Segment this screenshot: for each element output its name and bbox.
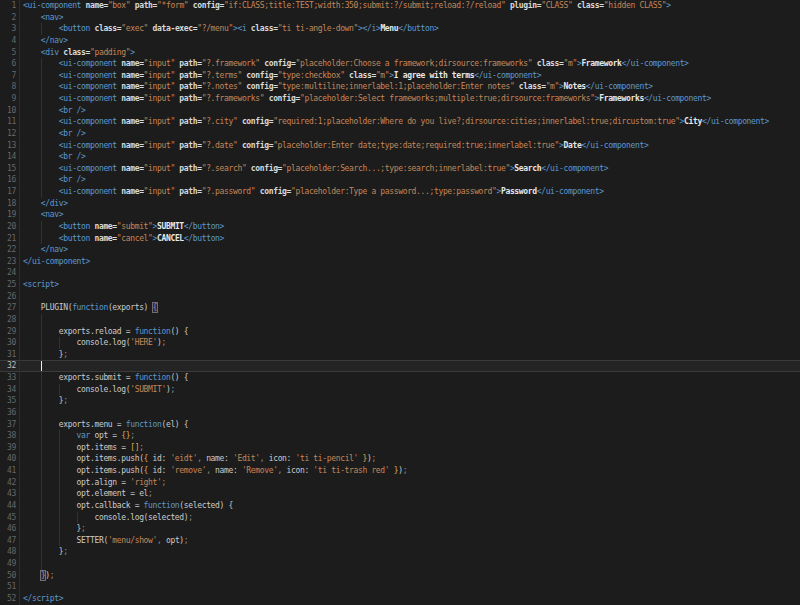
code-line[interactable]: 31 }; <box>0 349 800 361</box>
code-line[interactable]: 2 <nav> <box>0 12 800 24</box>
code-line[interactable]: 35 }; <box>0 395 800 407</box>
line-number: 16 <box>0 174 20 186</box>
code-token: "m" <box>564 59 577 68</box>
code-line[interactable]: 22 </nav> <box>0 244 800 256</box>
code-line[interactable]: 13 <ui-component name="input" path="?.da… <box>0 140 800 152</box>
code-token: "cancel" <box>117 234 153 243</box>
indent-guide <box>41 349 42 361</box>
code-line[interactable]: 45 console.log(selected); <box>0 512 800 524</box>
line-number: 39 <box>0 442 20 454</box>
code-line[interactable]: 41 opt.items.push({ id: 'remove', name: … <box>0 465 800 477</box>
code-token: CANCEL <box>157 234 184 243</box>
code-line[interactable]: 17 <ui-component name="input" path="?.pa… <box>0 186 800 198</box>
code-line[interactable]: 43 opt.element = el; <box>0 488 800 500</box>
code-line[interactable]: 10 <br /> <box>0 105 800 117</box>
code-line[interactable]: 7 <ui-component name="input" path="?.ter… <box>0 70 800 82</box>
code-line[interactable]: 51 <box>0 581 800 593</box>
code-token: ; <box>170 385 174 394</box>
code-line[interactable]: 42 opt.align = 'right'; <box>0 477 800 489</box>
indent-guide <box>41 546 42 558</box>
code-line[interactable]: 44 opt.callback = function(selected) { <box>0 500 800 512</box>
code-text <box>20 291 800 303</box>
code-text: </script> <box>20 593 800 605</box>
code-line[interactable]: 48 }; <box>0 546 800 558</box>
line-number: 43 <box>0 488 20 500</box>
code-line[interactable]: 38 var opt = {}; <box>0 430 800 442</box>
code-token: "if:CLASS;title:TEST;width:350;submit:?/… <box>224 1 505 10</box>
code-line[interactable]: 3 <button class="exec" data-exec="?/menu… <box>0 23 800 35</box>
code-line[interactable]: 28 <box>0 314 800 326</box>
code-line[interactable]: 33 exports.submit = function() { <box>0 372 800 384</box>
code-token: </button> <box>184 222 224 231</box>
code-line[interactable]: 24 <box>0 267 800 279</box>
line-number: 2 <box>0 12 20 24</box>
code-line[interactable]: 21 <button name="cancel">CANCEL</button> <box>0 233 800 245</box>
code-line[interactable]: 6 <ui-component name="input" path="?.fra… <box>0 58 800 70</box>
code-line[interactable]: 1<ui-component name="box" path="*form" c… <box>0 0 800 12</box>
code-text: <nav> <box>20 12 800 24</box>
code-line[interactable]: 37 exports.menu = function(el) { <box>0 419 800 431</box>
code-token: function <box>135 327 171 336</box>
code-line[interactable]: 29 exports.reload = function() { <box>0 326 800 338</box>
code-token: "input" <box>144 117 175 126</box>
code-token: "placeholder:Type a password...;type:pas… <box>291 187 496 196</box>
code-token: 'Remove' <box>242 466 278 475</box>
code-token: "CLASS" <box>541 1 572 10</box>
code-line[interactable]: 50 }); <box>0 570 800 582</box>
code-token: <br /> <box>23 106 86 115</box>
code-token: class= <box>59 48 90 57</box>
line-number: 40 <box>0 453 20 465</box>
code-token: } <box>23 547 63 556</box>
code-token: "box" <box>108 1 130 10</box>
code-token: opt = <box>90 431 121 440</box>
code-token: icon: <box>264 454 295 463</box>
code-token: <br /> <box>23 152 86 161</box>
code-line[interactable]: 46 }; <box>0 523 800 535</box>
code-line[interactable]: 25<script> <box>0 279 800 291</box>
code-line[interactable]: 40 opt.items.push({ id: 'eidt', name: 'E… <box>0 453 800 465</box>
code-line[interactable]: 11 <ui-component name="input" path="?.ci… <box>0 116 800 128</box>
indent-guide <box>59 442 60 454</box>
code-line[interactable]: 15 <ui-component name="input" path="?.se… <box>0 163 800 175</box>
code-editor[interactable]: 1<ui-component name="box" path="*form" c… <box>0 0 800 605</box>
line-number: 47 <box>0 535 20 547</box>
code-token: "input" <box>144 82 175 91</box>
code-line[interactable]: 47 SETTER('menu/show', opt); <box>0 535 800 547</box>
code-line[interactable]: 12 <br /> <box>0 128 800 140</box>
code-line[interactable]: 14 <br /> <box>0 151 800 163</box>
code-line[interactable]: 26 <box>0 291 800 303</box>
code-token: name= <box>90 222 117 231</box>
code-token: path= <box>175 117 202 126</box>
indent-guide <box>41 186 42 198</box>
code-line[interactable]: 19 <nav> <box>0 209 800 221</box>
code-token: (exports) <box>108 303 153 312</box>
code-line[interactable]: 16 <br /> <box>0 174 800 186</box>
code-token: </ui-component> <box>474 71 541 80</box>
code-text: opt.items = []; <box>20 442 800 454</box>
code-line[interactable]: 9 <ui-component name="input" path="?.fra… <box>0 93 800 105</box>
code-line[interactable]: 36 <box>0 407 800 419</box>
code-line[interactable]: 39 opt.items = []; <box>0 442 800 454</box>
code-text: <div class="padding"> <box>20 47 800 59</box>
code-line[interactable]: 34 console.log('SUBMIT'); <box>0 384 800 396</box>
code-token: SETTER( <box>23 536 108 545</box>
code-line[interactable]: 20 <button name="submit">SUBMIT</button> <box>0 221 800 233</box>
code-text <box>20 558 800 570</box>
code-token: 'remove' <box>170 466 206 475</box>
code-line[interactable]: 23</ui-component> <box>0 256 800 268</box>
code-line[interactable]: 4 </nav> <box>0 35 800 47</box>
code-line[interactable]: 32 <box>0 360 800 372</box>
code-line[interactable]: 30 console.log('HERE'); <box>0 337 800 349</box>
code-line[interactable]: 27 PLUGIN(function(exports) { <box>0 302 800 314</box>
code-line[interactable]: 5 <div class="padding"> <box>0 47 800 59</box>
indent-guide <box>41 174 42 186</box>
code-line[interactable]: 52</script> <box>0 593 800 605</box>
code-line[interactable]: 49 <box>0 558 800 570</box>
code-token: 'ti ti-trash red' <box>313 466 389 475</box>
code-line[interactable]: 8 <ui-component name="input" path="?.not… <box>0 81 800 93</box>
code-token: Framework <box>581 59 621 68</box>
code-token: "?.framework" <box>202 59 260 68</box>
code-token: </ui-component> <box>622 59 689 68</box>
line-number: 21 <box>0 233 20 245</box>
code-line[interactable]: 18 </div> <box>0 198 800 210</box>
